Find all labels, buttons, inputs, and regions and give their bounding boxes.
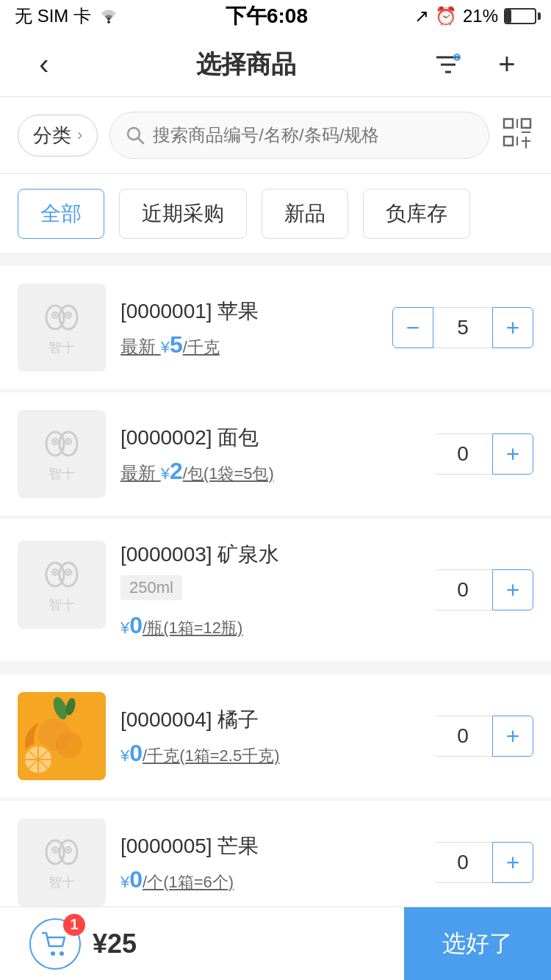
product-thumbnail: 智十 — [18, 541, 106, 629]
product-price: ¥0/个(1箱=6个) — [120, 866, 419, 893]
status-bar: 无 SIM 卡 下午6:08 ↗ ⏰ 21% — [0, 0, 551, 32]
cart-total: ¥25 — [93, 929, 137, 959]
list-item: 智十 [0000001] 苹果 最新 ¥5/千克 − + — [0, 266, 551, 389]
list-item: 智十 [0000003] 矿泉水 250ml ¥0/瓶(1箱=12瓶) + — [0, 519, 551, 661]
svg-point-20 — [54, 314, 57, 317]
qty-plus-button[interactable]: + — [492, 433, 533, 475]
quantity-control: + — [433, 569, 533, 610]
filter-icon[interactable] — [426, 48, 470, 81]
qty-input[interactable] — [433, 716, 492, 757]
tab-new[interactable]: 新品 — [262, 189, 348, 239]
qty-input[interactable] — [433, 842, 492, 883]
tab-negative[interactable]: 负库存 — [363, 189, 470, 239]
svg-rect-10 — [504, 137, 513, 145]
qty-plus-button[interactable]: + — [492, 716, 533, 757]
product-price: 最新 ¥5/千克 — [120, 331, 378, 359]
tab-bar: 全部 近期采购 新品 负库存 — [0, 174, 551, 254]
owl-logo — [40, 556, 84, 593]
product-info: [0000001] 苹果 最新 ¥5/千克 — [120, 298, 378, 359]
product-price: ¥0/瓶(1箱=12瓶) — [120, 612, 419, 639]
qty-input[interactable] — [433, 569, 492, 610]
qty-minus-button[interactable]: − — [392, 307, 433, 348]
orange-image — [18, 692, 106, 780]
product-info: [0000003] 矿泉水 250ml ¥0/瓶(1箱=12瓶) — [120, 541, 419, 639]
owl-logo — [40, 834, 84, 871]
qty-input[interactable] — [433, 307, 492, 348]
svg-point-27 — [67, 440, 70, 443]
tab-all[interactable]: 全部 — [18, 189, 104, 239]
product-info: [0000004] 橘子 ¥0/千克(1箱=2.5千克) — [120, 706, 419, 767]
svg-point-63 — [51, 951, 55, 956]
alarm-icon: ⏰ — [435, 6, 457, 26]
back-button[interactable]: ‹ — [22, 48, 66, 81]
svg-point-0 — [107, 21, 110, 24]
search-input[interactable] — [153, 125, 474, 145]
qty-input[interactable] — [433, 433, 492, 475]
status-carrier: 无 SIM 卡 — [15, 4, 119, 28]
product-name: [0000004] 橘子 — [120, 706, 419, 734]
product-name: [0000005] 芒果 — [120, 832, 419, 860]
list-item: 智十 [0000005] 芒果 ¥0/个(1箱=6个) + — [0, 801, 551, 924]
search-container — [109, 112, 489, 159]
product-info: [0000002] 面包 最新 ¥2/包(1袋=5包) — [120, 424, 419, 485]
svg-point-32 — [54, 571, 57, 574]
search-icon — [125, 125, 145, 145]
product-thumbnail — [18, 692, 106, 780]
product-list: 智十 [0000001] 苹果 最新 ¥5/千克 − + — [0, 266, 551, 980]
qty-plus-button[interactable]: + — [492, 307, 533, 348]
wifi-icon — [98, 9, 119, 24]
product-thumbnail: 智十 — [18, 284, 106, 372]
qty-plus-button[interactable]: + — [492, 842, 533, 883]
product-info: [0000005] 芒果 ¥0/个(1箱=6个) — [120, 832, 419, 893]
scan-icon[interactable] — [501, 116, 533, 155]
product-thumbnail: 智十 — [18, 410, 106, 498]
svg-point-51 — [54, 849, 57, 851]
svg-point-33 — [67, 571, 70, 574]
svg-line-7 — [138, 138, 143, 143]
nav-bar: ‹ 选择商品 + — [0, 32, 551, 97]
cart-section: 1 ¥25 — [0, 918, 404, 970]
list-item: 智十 [0000002] 面包 最新 ¥2/包(1袋=5包) + — [0, 392, 551, 516]
location-icon: ↗ — [414, 6, 429, 26]
page-title: 选择商品 — [66, 48, 426, 82]
quantity-control: − + — [392, 307, 533, 348]
svg-point-21 — [67, 314, 70, 317]
bottom-bar: 1 ¥25 选好了 — [0, 907, 551, 980]
svg-rect-8 — [504, 119, 513, 128]
svg-point-64 — [60, 951, 64, 956]
battery-percent: 21% — [463, 6, 498, 26]
product-thumbnail: 智十 — [18, 818, 106, 907]
quantity-control: + — [433, 433, 533, 475]
status-indicators: ↗ ⏰ 21% — [414, 6, 536, 26]
svg-point-26 — [54, 440, 57, 443]
qty-plus-button[interactable]: + — [492, 569, 533, 610]
cart-icon — [41, 932, 69, 956]
cart-badge: 1 — [63, 914, 85, 936]
svg-point-52 — [67, 849, 70, 851]
product-name: [0000002] 面包 — [120, 424, 419, 452]
category-button[interactable]: 分类 › — [18, 115, 98, 156]
svg-point-38 — [56, 732, 82, 758]
owl-logo — [40, 425, 84, 462]
quantity-control: + — [433, 716, 533, 757]
product-price: 最新 ¥2/包(1袋=5包) — [120, 458, 419, 485]
filter-bar: 分类 › — [0, 97, 551, 174]
nav-actions: + — [426, 48, 529, 81]
status-time: 下午6:08 — [226, 2, 308, 30]
tab-recent[interactable]: 近期采购 — [119, 189, 247, 239]
product-name: [0000001] 苹果 — [120, 298, 378, 325]
list-item: [0000004] 橘子 ¥0/千克(1箱=2.5千克) + — [0, 674, 551, 798]
product-spec: 250ml — [120, 575, 182, 600]
product-price: ¥0/千克(1箱=2.5千克) — [120, 740, 419, 767]
confirm-button[interactable]: 选好了 — [404, 907, 551, 981]
svg-rect-9 — [522, 119, 530, 128]
battery-icon — [504, 8, 536, 24]
cart-icon-button[interactable]: 1 — [29, 918, 81, 970]
chevron-right-icon: › — [77, 126, 82, 145]
add-button[interactable]: + — [485, 48, 529, 81]
owl-logo — [40, 299, 84, 336]
quantity-control: + — [433, 842, 533, 883]
product-name: [0000003] 矿泉水 — [120, 541, 419, 569]
